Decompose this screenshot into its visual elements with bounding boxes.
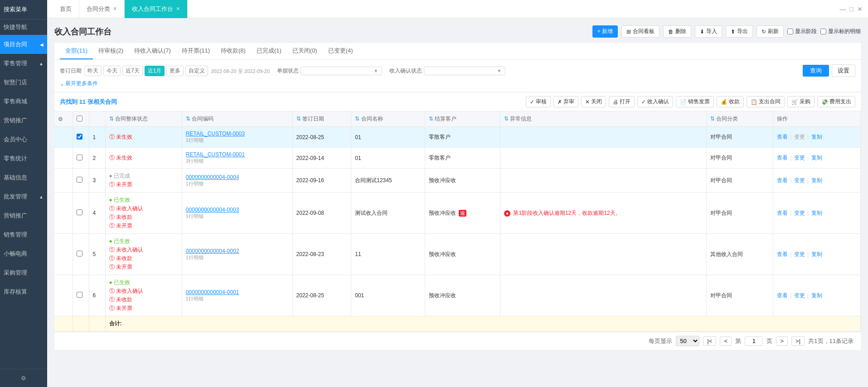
sidebar-item-project[interactable]: 项目合同 ◀ — [0, 35, 47, 54]
sub-tab-pending-income-confirm[interactable]: 待收入确认(7) — [129, 43, 176, 59]
sidebar-item-xiaochang[interactable]: 小畅电商 — [0, 244, 47, 263]
row4-view-link[interactable]: 查看 — [777, 210, 788, 216]
sub-tab-pending-payment[interactable]: 待收款(8) — [215, 43, 251, 59]
row3-checkbox[interactable] — [73, 169, 89, 193]
row5-view-link[interactable]: 查看 — [777, 251, 788, 257]
show-fields-input[interactable] — [787, 29, 793, 34]
sub-tab-pending-review[interactable]: 待审核(2) — [93, 43, 129, 59]
row3-change-link[interactable]: 变更 — [794, 177, 805, 184]
purchase-action-btn[interactable]: 🛒 采购 — [787, 96, 815, 107]
maximize-icon[interactable]: □ — [850, 5, 853, 13]
row3-copy-link[interactable]: 复制 — [811, 177, 822, 184]
row1-checkbox[interactable] — [73, 127, 89, 148]
date-btn-custom[interactable]: 自定义 — [185, 66, 208, 76]
row3-view-link[interactable]: 查看 — [777, 177, 788, 184]
sort-icon-customer[interactable]: ⇅ — [429, 116, 433, 122]
last-page-btn[interactable]: >| — [791, 336, 805, 346]
date-btn-today[interactable]: 今天 — [103, 66, 121, 76]
kanban-button[interactable]: ⊞ 合同看板 — [621, 25, 659, 38]
delete-button[interactable]: 🗑 删除 — [663, 25, 691, 38]
prev-page-btn[interactable]: < — [720, 336, 732, 346]
row1-checkbox-input[interactable] — [77, 134, 82, 140]
row2-view-link[interactable]: 查看 — [777, 155, 788, 161]
close-btn[interactable]: ✕ 关闭 — [581, 96, 606, 107]
sub-tab-closed[interactable]: 已关闭(0) — [287, 43, 323, 59]
date-btn-more[interactable]: 更多 — [166, 66, 184, 76]
income-confirm-select[interactable]: ▼ — [424, 67, 505, 75]
row4-checkbox-input[interactable] — [77, 209, 82, 215]
row5-checkbox[interactable] — [73, 234, 89, 275]
refresh-button[interactable]: ↻ 刷新 — [756, 25, 784, 38]
sidebar-settings[interactable]: ⚙ — [0, 369, 47, 387]
row6-code-link[interactable]: 0000000000004-0001 — [186, 289, 239, 295]
sidebar-item-smart-store[interactable]: 智慧门店 — [0, 73, 47, 92]
row4-change-link[interactable]: 变更 — [794, 210, 805, 216]
row5-code-link[interactable]: 0000000000004-0002 — [186, 248, 239, 254]
next-page-btn[interactable]: > — [776, 336, 788, 346]
tab-home[interactable]: 首页 — [53, 0, 79, 18]
sidebar-nav[interactable]: 快捷导航 — [0, 19, 47, 35]
sort-icon-type[interactable]: ⇅ — [710, 116, 715, 122]
row3-code-link[interactable]: 0000000000004-0004 — [186, 174, 239, 180]
fee-out-btn[interactable]: 💸 费用支出 — [817, 96, 855, 107]
sidebar-item-basic-info[interactable]: 基础信息 — [0, 168, 47, 187]
date-btn-last1month[interactable]: 近1月 — [145, 66, 165, 76]
tab-contract-type[interactable]: 合同分类 ✕ — [79, 0, 125, 18]
col-checkbox[interactable] — [73, 111, 89, 127]
row4-code-link[interactable]: 0000000000004-0003 — [186, 207, 239, 213]
row6-change-link[interactable]: 变更 — [794, 292, 805, 299]
sort-icon-abnormal[interactable]: ⇅ — [504, 116, 509, 122]
print-btn[interactable]: 🖨 打开 — [609, 96, 635, 107]
setting-button[interactable]: 设置 — [832, 64, 855, 77]
sort-icon[interactable]: ⇅ — [109, 116, 114, 122]
tab-income-workbench[interactable]: 收入合同工作台 ✕ — [125, 0, 188, 18]
show-detail-input[interactable] — [820, 29, 826, 34]
audit-btn[interactable]: ✓ 审核 — [526, 96, 551, 107]
sidebar-item-retail-mall[interactable]: 零售商城 — [0, 92, 47, 111]
show-fields-checkbox[interactable]: 显示阶段 — [787, 28, 817, 35]
doc-status-select[interactable]: ▼ — [301, 67, 382, 75]
export-button[interactable]: ⬆ 导出 — [726, 25, 753, 38]
row6-copy-link[interactable]: 复制 — [811, 292, 822, 299]
sort-icon-name[interactable]: ⇅ — [355, 116, 359, 122]
row5-checkbox-input[interactable] — [77, 251, 82, 256]
expand-filter-btn[interactable]: ⌄ 展开更多条件 — [60, 80, 855, 87]
row6-checkbox-input[interactable] — [77, 292, 82, 298]
col-settings[interactable]: ⚙ — [54, 111, 73, 127]
out-contract-btn[interactable]: 📋 支出合同 — [747, 96, 785, 107]
row5-copy-link[interactable]: 复制 — [811, 251, 822, 257]
sidebar-item-member[interactable]: 会员中心 — [0, 130, 47, 149]
close-income-workbench-icon[interactable]: ✕ — [176, 6, 180, 12]
sidebar-item-retail-mgmt[interactable]: 零售管理 ▲ — [0, 54, 47, 73]
row2-code-link[interactable]: RETAIL_CUSTOM-0001 — [186, 151, 245, 158]
row1-view-link[interactable]: 查看 — [777, 134, 788, 140]
row1-copy-link[interactable]: 复制 — [811, 134, 822, 140]
row2-change-link[interactable]: 变更 — [794, 155, 805, 161]
close-contract-type-icon[interactable]: ✕ — [113, 6, 117, 12]
sidebar-item-retail-stats[interactable]: 零售统计 — [0, 149, 47, 168]
sub-tab-pending-invoice[interactable]: 待开票(11) — [176, 43, 215, 59]
row5-change-link[interactable]: 变更 — [794, 251, 805, 257]
query-button[interactable]: 查询 — [803, 65, 829, 77]
select-all-checkbox[interactable] — [77, 116, 82, 121]
sidebar-item-purchase[interactable]: 采购管理 — [0, 263, 47, 282]
sidebar-item-inventory[interactable]: 库存核算 — [0, 282, 47, 301]
row2-copy-link[interactable]: 复制 — [811, 155, 822, 161]
abandon-btn[interactable]: ✗ 弃审 — [553, 96, 578, 107]
row6-checkbox[interactable] — [73, 275, 89, 316]
date-btn-yesterday[interactable]: 昨天 — [84, 66, 102, 76]
row4-copy-link[interactable]: 复制 — [811, 210, 822, 216]
import-button[interactable]: ⬇ 导入 — [695, 25, 722, 38]
row2-checkbox[interactable] — [73, 148, 89, 169]
show-detail-checkbox[interactable]: 显示标的明细 — [820, 28, 861, 35]
date-btn-last7[interactable]: 近7天 — [122, 66, 143, 76]
per-page-select[interactable]: 50 100 200 — [676, 336, 699, 346]
current-page-input[interactable] — [745, 336, 763, 346]
row2-checkbox-input[interactable] — [77, 155, 82, 160]
sales-invoice-btn[interactable]: 📄 销售发票 — [676, 96, 714, 107]
sub-tab-completed[interactable]: 已完成(1) — [251, 43, 287, 59]
row3-checkbox-input[interactable] — [77, 177, 82, 183]
sub-tab-changed[interactable]: 已变更(4) — [323, 43, 359, 59]
minimize-icon[interactable]: — — [840, 5, 846, 13]
sub-tab-all[interactable]: 全部(11) — [60, 43, 93, 59]
